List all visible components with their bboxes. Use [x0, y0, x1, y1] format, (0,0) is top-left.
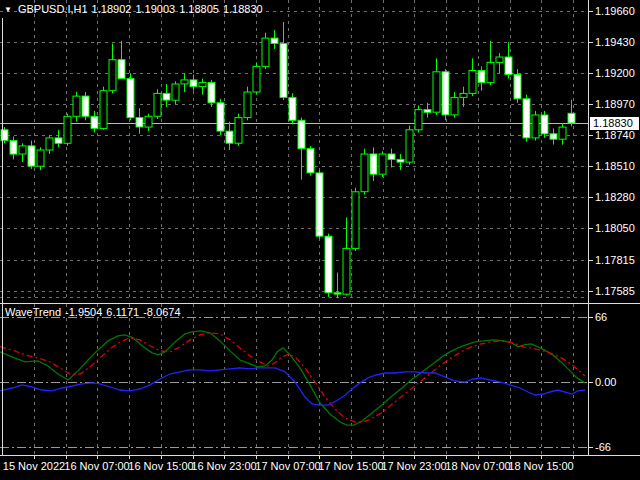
candle: [253, 62, 260, 94]
candle-body-bull: [406, 130, 413, 162]
candle-body-bull: [46, 138, 53, 150]
candle-body-bear: [127, 79, 134, 118]
candle-body-bull: [262, 38, 269, 66]
candle-body-bull: [415, 110, 422, 130]
candle-body-bull: [379, 154, 386, 174]
candle-body-bull: [253, 66, 260, 92]
candle: [46, 135, 53, 154]
candle-body-bear: [208, 83, 215, 103]
candle: [208, 80, 215, 107]
candle: [136, 108, 143, 134]
candle-body-bear: [118, 60, 125, 79]
chevron-down-icon[interactable]: ▼: [4, 3, 12, 16]
candle: [424, 103, 431, 118]
indicator-axis-label: -66: [595, 441, 611, 453]
candle: [559, 123, 566, 145]
candle-body-bear: [514, 75, 521, 99]
candle: [109, 44, 116, 94]
candle-body-bear: [523, 99, 530, 138]
candle: [199, 79, 206, 95]
indicator-header: WaveTrend-1.95046.1171-8.0674: [5, 306, 185, 318]
candle-body-bull: [532, 115, 539, 138]
candle-body-bear: [550, 134, 557, 139]
candle: [451, 92, 458, 118]
candle: [262, 33, 269, 69]
candle: [82, 92, 89, 120]
candle: [334, 273, 341, 299]
candle: [532, 111, 539, 141]
candle-body-bear: [226, 131, 233, 143]
candle-body-bull: [460, 93, 467, 97]
candle-body-bull: [154, 93, 161, 116]
candle-body-bear: [271, 38, 278, 43]
candle: [100, 87, 107, 130]
wavetrend-line-wt2: [0, 333, 585, 422]
candle-body-bear: [217, 103, 224, 131]
candle: [145, 114, 152, 132]
candle: [514, 69, 521, 103]
candle: [154, 89, 161, 119]
candle: [325, 234, 332, 297]
indicator-axis-label: 66: [595, 311, 607, 323]
time-axis-label: 18 Nov 15:00: [504, 460, 578, 472]
candle-body-bull: [496, 57, 503, 62]
candle: [397, 154, 404, 170]
candle: [370, 147, 377, 181]
close-value: 1.18830: [223, 3, 263, 15]
candle: [568, 100, 575, 127]
candle-body-bear: [334, 293, 341, 294]
indicator-axis-label: 0.00: [595, 376, 616, 388]
candle-body-bear: [541, 115, 548, 134]
candle-body-bull: [64, 116, 71, 143]
price-axis-label: 1.18510: [595, 160, 635, 172]
candle: [361, 149, 368, 195]
candle-body-bull: [19, 146, 26, 154]
candle-body-bear: [442, 72, 449, 115]
candle: [406, 126, 413, 165]
high-value: 1.19003: [135, 3, 175, 15]
chart-canvas[interactable]: [0, 0, 640, 480]
candle: [289, 93, 296, 124]
candle-body-bull: [109, 60, 116, 91]
candle: [307, 146, 314, 176]
candle-body-bull: [199, 83, 206, 87]
candle-body-bull: [469, 71, 476, 94]
candle: [55, 130, 62, 148]
candle: [181, 73, 188, 92]
candle-body-bear: [370, 154, 377, 174]
candle-body-bull: [100, 91, 107, 129]
indicator-value-1: -1.9504: [65, 306, 102, 318]
price-axis-label: 1.19430: [595, 36, 635, 48]
low-value: 1.18805: [179, 3, 219, 15]
candle: [217, 99, 224, 135]
candle-body-bear: [325, 236, 332, 293]
candle-body-bear: [307, 149, 314, 173]
candle-body-bull: [244, 92, 251, 118]
candle: [496, 53, 503, 73]
candle: [505, 42, 512, 78]
candle: [433, 58, 440, 115]
candle: [280, 22, 287, 100]
candle-body-bear: [568, 113, 575, 123]
candle-body-bull: [559, 127, 566, 139]
candle: [226, 122, 233, 150]
candle-body-bull: [37, 150, 44, 166]
candle-body-bull: [145, 116, 152, 127]
candle-body-bear: [10, 141, 17, 155]
candle-body-bull: [73, 96, 80, 116]
candle: [118, 41, 125, 79]
candle: [541, 111, 548, 138]
price-axis-label: 1.17585: [595, 285, 635, 297]
candle: [460, 87, 467, 107]
candle-body-bull: [235, 118, 242, 144]
wavetrend-line-wt1: [0, 331, 585, 425]
candle: [379, 151, 386, 177]
candle: [298, 118, 305, 180]
candle-body-bull: [172, 84, 179, 100]
symbol-period-label: GBPUSD.I,H1: [18, 3, 88, 15]
candle: [244, 87, 251, 121]
candle-body-bear: [424, 110, 431, 113]
candle: [523, 95, 530, 142]
candle: [388, 149, 395, 168]
mt4-chart-window: 1.196601.194301.192001.189701.187401.185…: [0, 0, 640, 480]
